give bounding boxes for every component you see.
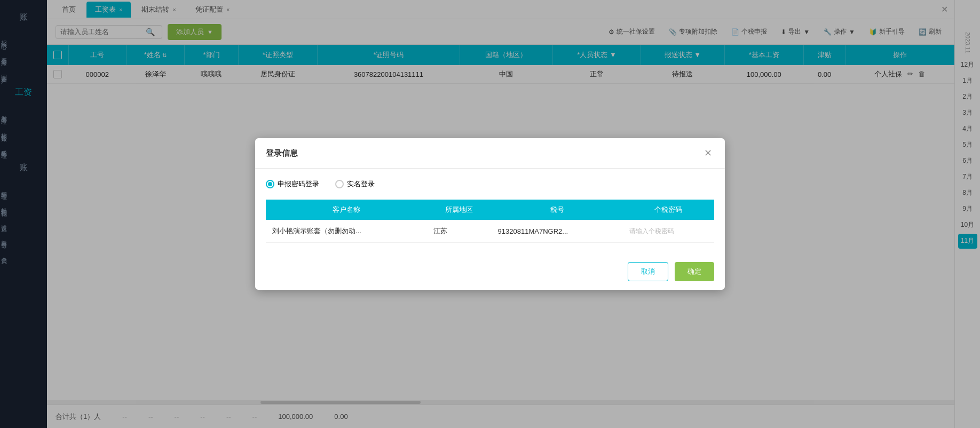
dialog-cell-tax-password[interactable]: 请输入个税密码 — [623, 220, 714, 243]
cancel-button[interactable]: 取消 — [628, 262, 668, 281]
modal-header: 登录信息 ✕ — [255, 138, 725, 169]
dialog-col-region: 所属地区 — [427, 200, 491, 220]
login-type-radio-group: 申报密码登录 实名登录 — [266, 179, 714, 189]
dialog-cell-region: 江苏 — [427, 220, 491, 243]
modal-footer: 取消 确定 — [255, 253, 725, 290]
dialog-table: 客户名称 所属地区 税号 个税密码 — [266, 200, 714, 243]
password-login-radio[interactable]: 申报密码登录 — [266, 179, 319, 189]
password-login-radio-circle — [266, 180, 274, 188]
modal-close-button[interactable]: ✕ — [701, 147, 714, 160]
realname-login-radio-circle — [335, 180, 344, 188]
login-info-modal: 登录信息 ✕ 申报密码登录 实名登录 客户名称 — [255, 138, 725, 290]
modal-overlay: 登录信息 ✕ 申报密码登录 实名登录 客户名称 — [0, 0, 980, 428]
dialog-col-tax-password: 个税密码 — [623, 200, 714, 220]
dialog-col-client-name: 客户名称 — [266, 200, 427, 220]
dialog-cell-tax-no: 91320811MA7NGR2... — [492, 220, 623, 243]
modal-title: 登录信息 — [266, 148, 298, 158]
modal-body: 申报密码登录 实名登录 客户名称 所属地区 — [255, 169, 725, 253]
dialog-table-row: 刘小艳演示账套（勿删勿动... 江苏 91320811MA7NGR2... 请输… — [266, 220, 714, 243]
dialog-cell-client-name: 刘小艳演示账套（勿删勿动... — [266, 220, 427, 243]
confirm-button[interactable]: 确定 — [675, 262, 714, 281]
realname-login-radio[interactable]: 实名登录 — [335, 179, 375, 189]
dialog-col-tax-no: 税号 — [492, 200, 623, 220]
